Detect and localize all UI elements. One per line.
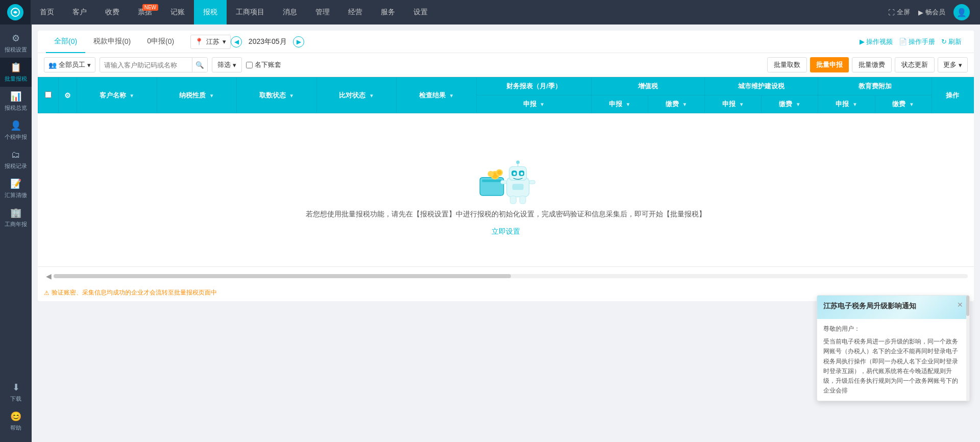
client-name-filter-icon[interactable]: ▼ — [129, 93, 134, 99]
search-input[interactable] — [100, 61, 192, 69]
nav-billing[interactable]: 收费 — [96, 0, 129, 24]
fullscreen-button[interactable]: ⛶ 全屏 — [888, 8, 910, 17]
member-button[interactable]: ▶ 畅会员 — [918, 8, 945, 17]
settlement-icon: 📝 — [10, 178, 21, 189]
sidebar-item-personal-tax[interactable]: 👤 个税申报 — [0, 116, 32, 145]
th-financial-report: 财务报表（月/季） — [476, 78, 591, 95]
operation-manual-button[interactable]: 📄 操作手册 — [899, 37, 935, 46]
sidebar-item-help[interactable]: 😊 帮助 — [0, 407, 32, 436]
notification-scrollbar-track[interactable] — [966, 296, 969, 401]
nav-business[interactable]: 工商项目 — [227, 0, 274, 24]
warning-icon: ⚠ — [44, 289, 50, 297]
manual-icon: 📄 — [899, 38, 907, 45]
more-chevron-icon: ▾ — [959, 61, 962, 69]
settings-gear-icon[interactable]: ⚙ — [64, 91, 71, 100]
city-pay-filter-icon[interactable]: ▼ — [796, 102, 801, 107]
nav-home[interactable]: 首页 — [31, 0, 63, 24]
th-operations: 操作 — [932, 78, 973, 113]
avatar[interactable]: 👤 — [953, 4, 970, 20]
sidebar-item-batch-tax[interactable]: 📋 批量报税 — [0, 58, 32, 87]
sidebar-item-settlement[interactable]: 📝 汇算清缴 — [0, 174, 32, 203]
notification-close-button[interactable]: ✕ — [955, 300, 965, 310]
member-icon: ▶ — [918, 9, 923, 16]
nav-accounting[interactable]: 记账 — [161, 0, 194, 24]
data-table: ⚙ 客户名称 ▼ 纳税性质 ▼ 取数状态 ▼ — [38, 77, 974, 266]
sub-accounts-checkbox[interactable] — [246, 62, 253, 68]
horizontal-scrollbar[interactable] — [54, 274, 968, 278]
tab-tax-declare[interactable]: 税款申报(0) — [85, 31, 139, 53]
tab-all[interactable]: 全部(0) — [46, 31, 85, 53]
notification-title: 江苏电子税务局升级影响通知 — [823, 302, 963, 311]
tax-overview-icon: 📊 — [10, 91, 21, 102]
nav-invoice[interactable]: 票据 NEW — [129, 0, 161, 24]
more-button[interactable]: 更多 ▾ — [938, 57, 968, 72]
th-settings: ⚙ — [59, 78, 77, 113]
batch-fetch-button[interactable]: 批量取数 — [767, 57, 807, 72]
annual-report-icon: 🏢 — [10, 207, 21, 218]
nav-client[interactable]: 客户 — [63, 0, 96, 24]
setup-link[interactable]: 立即设置 — [492, 227, 520, 236]
logo-area — [0, 0, 31, 24]
nav-message[interactable]: 消息 — [274, 0, 306, 24]
th-vat-declare: 申报 ▼ — [591, 95, 648, 113]
location-icon: 📍 — [195, 38, 203, 45]
empty-message: 若您想使用批量报税功能，请先在【报税设置】中进行报税的初始化设置，完成密码验证和… — [306, 210, 706, 219]
sidebar-bottom: ⬇ 下载 😊 帮助 — [0, 378, 32, 442]
sidebar-item-download[interactable]: ⬇ 下载 — [0, 378, 32, 407]
notification-greeting: 尊敬的用户： — [823, 324, 963, 334]
logo-icon — [7, 4, 23, 20]
svg-point-7 — [497, 170, 501, 175]
compare-status-filter-icon[interactable]: ▼ — [369, 93, 374, 99]
th-financial-declare: 申报 ▼ — [476, 95, 591, 113]
nav-settings[interactable]: 设置 — [404, 0, 437, 24]
sidebar-item-tax-overview[interactable]: 📊 报税总览 — [0, 87, 32, 116]
nav-items: 首页 客户 收费 票据 NEW 记账 报税 工商项目 消息 管理 经营 服务 设… — [31, 0, 888, 24]
vat-declare-filter-icon[interactable]: ▼ — [625, 102, 630, 107]
current-month: 2023年05月 — [247, 37, 288, 46]
refresh-button[interactable]: ↻ 刷新 — [941, 37, 962, 46]
svg-point-8 — [487, 171, 494, 177]
region-chevron-icon: ▾ — [223, 38, 226, 45]
filter-button[interactable]: 筛选 ▾ — [212, 57, 242, 72]
empty-state-row: 若您想使用批量报税功能，请先在【报税设置】中进行报税的初始化设置，完成密码验证和… — [38, 113, 974, 267]
search-button[interactable]: 🔍 — [192, 57, 207, 72]
sidebar: ⚙ 报税设置 📋 批量报税 📊 报税总览 👤 个税申报 🗂 报税记录 📝 汇算清… — [0, 24, 32, 442]
batch-pay-button[interactable]: 批量缴费 — [852, 57, 892, 72]
vat-pay-filter-icon[interactable]: ▼ — [682, 102, 688, 107]
fetch-status-filter-icon[interactable]: ▼ — [289, 93, 294, 99]
sidebar-item-tax-records[interactable]: 🗂 报税记录 — [0, 145, 32, 174]
nav-service[interactable]: 服务 — [372, 0, 404, 24]
check-result-filter-icon[interactable]: ▼ — [449, 93, 454, 99]
toolbar: 👥 全部员工 ▾ 🔍 筛选 ▾ 名下账套 批量取数 批量申报 批量缴费 状态更新 — [38, 53, 974, 77]
th-check-result: 检查结果 ▼ — [397, 78, 477, 113]
scroll-left-button[interactable]: ◀ — [44, 271, 54, 281]
filter-chevron-icon: ▾ — [233, 61, 236, 69]
next-month-button[interactable]: ▶ — [293, 36, 304, 47]
select-all-checkbox[interactable] — [45, 91, 52, 98]
help-icon: 😊 — [10, 411, 21, 422]
batch-declare-button[interactable]: 批量申报 — [810, 57, 849, 72]
operation-video-button[interactable]: ▶ 操作视频 — [860, 37, 893, 46]
city-declare-filter-icon[interactable]: ▼ — [739, 102, 744, 107]
nav-tax[interactable]: 报税 — [194, 0, 227, 24]
employee-filter[interactable]: 👥 全部员工 ▾ — [44, 57, 95, 72]
refresh-icon: ↻ — [941, 38, 947, 45]
sidebar-item-tax-settings[interactable]: ⚙ 报税设置 — [0, 29, 32, 58]
svg-point-20 — [516, 161, 520, 164]
status-update-button[interactable]: 状态更新 — [895, 57, 935, 72]
edu-pay-filter-icon[interactable]: ▼ — [909, 102, 914, 107]
svg-rect-22 — [529, 180, 535, 184]
nav-operations[interactable]: 经营 — [339, 0, 372, 24]
nav-management[interactable]: 管理 — [306, 0, 339, 24]
region-selector[interactable]: 📍 江苏 ▾ — [190, 35, 231, 49]
tab-zero-declare[interactable]: 0申报(0) — [139, 31, 182, 53]
financial-declare-filter-icon[interactable]: ▼ — [540, 102, 545, 107]
sidebar-item-annual-report[interactable]: 🏢 工商年报 — [0, 203, 32, 232]
prev-month-button[interactable]: ◀ — [231, 36, 242, 47]
download-icon: ⬇ — [10, 382, 21, 393]
edu-declare-filter-icon[interactable]: ▼ — [852, 102, 857, 107]
checkbox-label[interactable]: 名下账套 — [246, 60, 281, 69]
tax-type-filter-icon[interactable]: ▼ — [209, 93, 214, 99]
svg-point-18 — [521, 172, 523, 175]
video-icon: ▶ — [860, 38, 865, 45]
